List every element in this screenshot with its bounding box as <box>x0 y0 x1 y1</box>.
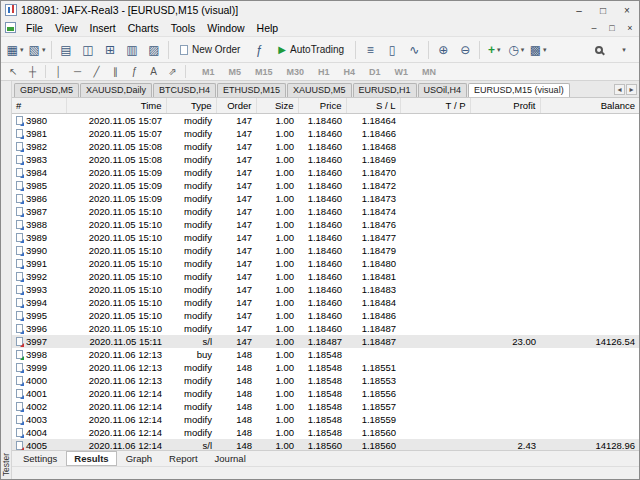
timeframe-button[interactable]: M1 <box>196 65 221 79</box>
chart-tab[interactable]: XAUUSD,M5 <box>287 83 352 97</box>
menu-item[interactable]: View <box>49 21 84 35</box>
close-button[interactable]: × <box>615 1 639 19</box>
tab-scroll-left-button[interactable]: ◂ <box>614 84 625 95</box>
child-close-button[interactable]: × <box>621 19 639 36</box>
text-tool-button[interactable]: A <box>145 64 162 79</box>
crosshair-button[interactable]: ┼ <box>24 64 41 79</box>
result-row[interactable]: 3999 2020.11.06 12:13 modify 148 1.00 1.… <box>12 361 639 374</box>
cell-time: 2020.11.05 15:10 <box>66 205 166 218</box>
result-row[interactable]: 3990 2020.11.05 15:10 modify 147 1.00 1.… <box>12 244 639 257</box>
result-row[interactable]: 4002 2020.11.06 12:14 modify 148 1.00 1.… <box>12 400 639 413</box>
timeframe-button[interactable]: M5 <box>223 65 248 79</box>
chart-tab[interactable]: ETHUSD,M15 <box>217 83 286 97</box>
minimize-button[interactable]: – <box>567 1 591 19</box>
result-row[interactable]: 3989 2020.11.05 15:10 modify 147 1.00 1.… <box>12 231 639 244</box>
cell-type: s/l <box>166 335 216 348</box>
market-watch-button[interactable]: ▤ <box>56 40 76 60</box>
result-row[interactable]: 3984 2020.11.05 15:09 modify 147 1.00 1.… <box>12 166 639 179</box>
autotrading-button[interactable]: ▶AutoTrading <box>271 40 351 60</box>
tester-tab[interactable]: Report <box>161 451 206 466</box>
result-row[interactable]: 4003 2020.11.06 12:14 modify 148 1.00 1.… <box>12 413 639 426</box>
candlestick-chart-button[interactable]: ▯ <box>382 40 402 60</box>
result-row[interactable]: 3987 2020.11.05 15:10 modify 147 1.00 1.… <box>12 205 639 218</box>
arrows-tool-button[interactable]: ⇗ <box>164 64 181 79</box>
timeframe-button[interactable]: H4 <box>338 65 362 79</box>
trade-doc-icon <box>16 181 23 190</box>
chart-tab[interactable]: BTCUSD,H4 <box>153 83 216 97</box>
tester-tab[interactable]: Graph <box>118 451 160 466</box>
cell-price: 1.18560 <box>298 439 346 451</box>
trendline-button[interactable]: ╱ <box>88 64 105 79</box>
menu-item[interactable]: Insert <box>84 21 122 35</box>
profiles-button[interactable]: ▧▾ <box>27 40 47 60</box>
timeframe-button[interactable]: D1 <box>363 65 387 79</box>
zoom-in-button[interactable]: ⊕ <box>433 40 453 60</box>
expert-advisors-button[interactable]: ƒ <box>249 40 269 60</box>
tab-scroll-right-button[interactable]: ▸ <box>626 84 637 95</box>
result-row[interactable]: 3998 2020.11.06 12:13 buy 148 1.00 1.185… <box>12 348 639 361</box>
result-row[interactable]: 3992 2020.11.05 15:10 modify 147 1.00 1.… <box>12 270 639 283</box>
timeframe-button[interactable]: H1 <box>312 65 336 79</box>
indicators-button[interactable]: +▾ <box>484 40 504 60</box>
tester-tab[interactable]: Settings <box>15 451 65 466</box>
navigator-button[interactable]: ⊞ <box>100 40 120 60</box>
timeframe-button[interactable]: MN <box>416 65 442 79</box>
child-restore-button[interactable]: □ <box>603 19 621 36</box>
channel-button[interactable]: ∥ <box>107 64 124 79</box>
chart-tab[interactable]: USOil,H4 <box>418 83 468 97</box>
result-row[interactable]: 3988 2020.11.05 15:10 modify 147 1.00 1.… <box>12 218 639 231</box>
terminal-button[interactable]: ▥ <box>122 40 142 60</box>
new-order-button[interactable]: New Order <box>173 40 247 60</box>
result-row[interactable]: 3995 2020.11.05 15:10 modify 147 1.00 1.… <box>12 309 639 322</box>
result-row[interactable]: 3982 2020.11.05 15:08 modify 147 1.00 1.… <box>12 140 639 153</box>
result-row[interactable]: 3983 2020.11.05 15:08 modify 147 1.00 1.… <box>12 153 639 166</box>
tester-side-strip[interactable]: Tester <box>1 81 12 479</box>
chart-tab[interactable]: EURUSD,M15 (visual) <box>468 83 570 97</box>
result-row[interactable]: 3986 2020.11.05 15:09 modify 147 1.00 1.… <box>12 192 639 205</box>
result-row[interactable]: 3994 2020.11.05 15:10 modify 147 1.00 1.… <box>12 296 639 309</box>
trade-doc-icon <box>16 441 23 450</box>
menu-item[interactable]: File <box>20 21 49 35</box>
line-chart-button[interactable]: ∿ <box>404 40 424 60</box>
result-row[interactable]: 4001 2020.11.06 12:14 modify 148 1.00 1.… <box>12 387 639 400</box>
chart-tab[interactable]: XAUUSD,Daily <box>80 83 152 97</box>
timeframe-button[interactable]: M30 <box>281 65 311 79</box>
result-row[interactable]: 4005 2020.11.06 12:14 s/l 148 1.00 1.185… <box>12 439 639 451</box>
toolbar-overflow-button[interactable]: ▾ <box>613 40 633 60</box>
result-row[interactable]: 3985 2020.11.05 15:09 modify 147 1.00 1.… <box>12 179 639 192</box>
templates-button[interactable]: ▩▾ <box>528 40 548 60</box>
result-row[interactable]: 3996 2020.11.05 15:10 modify 147 1.00 1.… <box>12 322 639 335</box>
data-window-button[interactable]: ◫ <box>78 40 98 60</box>
timeframe-button[interactable]: M15 <box>249 65 279 79</box>
vertical-line-button[interactable]: │ <box>50 64 67 79</box>
timeframe-button[interactable]: W1 <box>389 65 415 79</box>
result-row[interactable]: 3981 2020.11.05 15:07 modify 147 1.00 1.… <box>12 127 639 140</box>
chart-tab[interactable]: GBPUSD,M5 <box>14 83 79 97</box>
result-row[interactable]: 3991 2020.11.05 15:10 modify 147 1.00 1.… <box>12 257 639 270</box>
chart-tab[interactable]: EURUSD,H1 <box>353 83 417 97</box>
menu-item[interactable]: Help <box>251 21 285 35</box>
child-minimize-button[interactable]: – <box>585 19 603 36</box>
menu-item[interactable]: Tools <box>165 21 202 35</box>
horizontal-line-button[interactable]: ─ <box>69 64 86 79</box>
result-row[interactable]: 3980 2020.11.05 15:07 modify 147 1.00 1.… <box>12 113 639 127</box>
fibonacci-button[interactable]: ƒ <box>126 64 143 79</box>
strategy-tester-button[interactable]: ▨ <box>144 40 164 60</box>
search-button[interactable] <box>589 40 609 60</box>
result-row[interactable]: 4004 2020.11.06 12:14 modify 148 1.00 1.… <box>12 426 639 439</box>
tester-tab[interactable]: Results <box>66 451 116 466</box>
new-chart-button[interactable]: ▦▾ <box>5 40 25 60</box>
cell-price: 1.18548 <box>298 413 346 426</box>
result-row[interactable]: 4000 2020.11.06 12:13 modify 148 1.00 1.… <box>12 374 639 387</box>
periods-button[interactable]: ◷▾ <box>506 40 526 60</box>
bar-chart-button[interactable]: ≡ <box>360 40 380 60</box>
trade-doc-icon <box>16 337 23 346</box>
menu-item[interactable]: Window <box>201 21 250 35</box>
menu-item[interactable]: Charts <box>122 21 165 35</box>
tester-tab[interactable]: Journal <box>207 451 254 466</box>
maximize-button[interactable]: □ <box>591 1 615 19</box>
cursor-button[interactable]: ↖ <box>5 64 22 79</box>
result-row[interactable]: 3997 2020.11.05 15:11 s/l 147 1.00 1.184… <box>12 335 639 348</box>
result-row[interactable]: 3993 2020.11.05 15:10 modify 147 1.00 1.… <box>12 283 639 296</box>
zoom-out-button[interactable]: ⊖ <box>455 40 475 60</box>
